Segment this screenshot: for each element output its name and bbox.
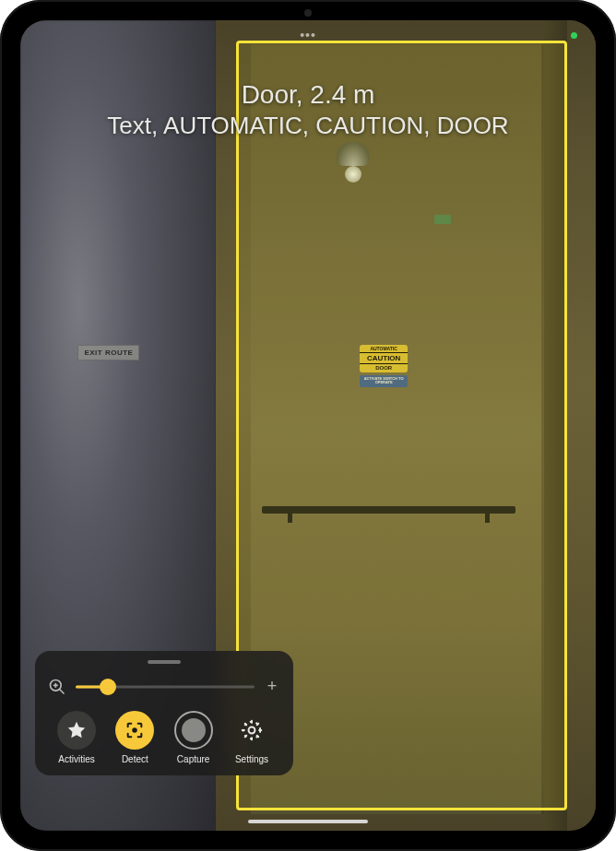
zoom-out-icon[interactable] [48,678,66,696]
settings-action[interactable]: Settings [225,711,278,764]
settings-label: Settings [235,754,268,764]
home-indicator[interactable] [248,820,368,823]
zoom-in-icon[interactable]: + [264,677,280,696]
panel-drag-handle[interactable] [148,660,181,664]
detect-label: Detect [122,754,148,764]
capture-action[interactable]: Capture [167,711,220,764]
door-push-bar [262,506,515,514]
capture-label: Capture [177,754,210,764]
settings-button[interactable] [232,711,271,750]
status-bar: ••• [20,26,596,44]
door-panel [251,44,544,814]
activities-button[interactable] [57,711,96,750]
detect-action[interactable]: Detect [108,711,161,764]
capture-button[interactable] [174,711,213,750]
action-row: Activities Detect [48,711,280,764]
detect-button[interactable] [115,711,154,750]
svg-point-6 [243,722,260,739]
detection-text-line2: Text, AUTOMATIC, CAUTION, DOOR [31,112,585,140]
multitask-dots-icon[interactable]: ••• [300,28,316,42]
exit-sign [434,215,451,224]
magnifier-control-panel[interactable]: + Activities [35,651,293,775]
door-frame [544,20,567,831]
svg-point-4 [133,727,138,733]
capture-shutter-icon [182,718,206,742]
detection-text-line1: Door, 2.4 m [31,80,585,110]
exit-route-sign: EXIT ROUTE [77,345,139,360]
zoom-row: + [48,677,280,696]
zoom-slider[interactable] [76,678,255,696]
svg-line-1 [60,689,65,693]
screen: EXIT ROUTE AUTOMATIC CAUTION DOOR ACTIVA… [20,20,596,831]
caution-sign: AUTOMATIC CAUTION DOOR ACTIVATE SWITCH T… [360,345,408,388]
ceiling-lamp [337,142,370,183]
front-camera-dot [304,9,312,17]
detection-summary: Door, 2.4 m Text, AUTOMATIC, CAUTION, DO… [20,80,596,140]
zoom-slider-thumb[interactable] [100,679,116,695]
activities-label: Activities [58,754,94,764]
ipad-frame: EXIT ROUTE AUTOMATIC CAUTION DOOR ACTIVA… [0,0,616,851]
camera-in-use-indicator [571,32,577,39]
activities-action[interactable]: Activities [50,711,103,764]
svg-point-5 [249,727,255,734]
